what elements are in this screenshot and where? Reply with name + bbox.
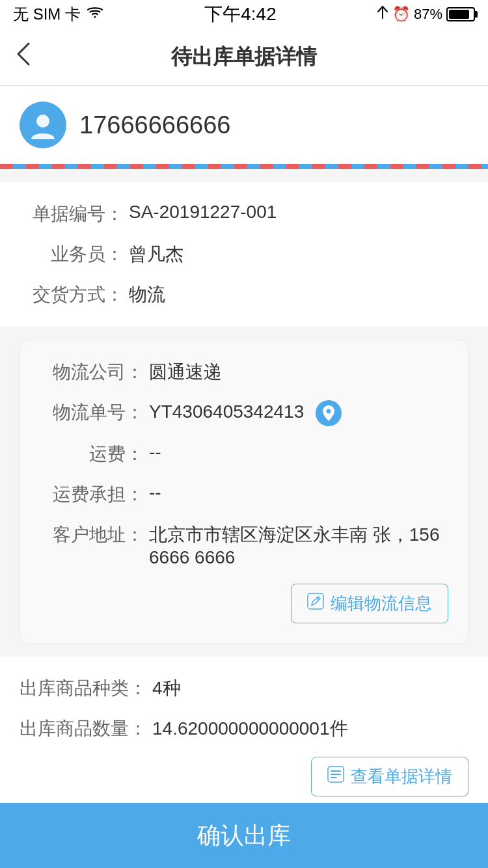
track-location-icon[interactable] xyxy=(316,400,342,426)
goods-type-row: 出库商品种类： 4种 xyxy=(20,676,468,701)
edit-icon xyxy=(307,593,324,614)
salesperson-value: 曾凡杰 xyxy=(124,242,468,267)
svg-rect-2 xyxy=(308,593,323,609)
status-time: 下午4:42 xyxy=(204,2,277,27)
alarm-icon: ⏰ xyxy=(392,6,410,23)
goods-type-label: 出库商品种类： xyxy=(20,676,147,701)
basic-info-section: 单据编号： SA-20191227-001 业务员： 曾凡杰 交货方式： 物流 xyxy=(0,182,488,327)
logistics-company-row: 物流公司： 圆通速递 xyxy=(40,360,448,385)
battery-percent: 87% xyxy=(414,6,442,23)
svg-point-0 xyxy=(36,115,49,128)
salesperson-row: 业务员： 曾凡杰 xyxy=(20,242,468,267)
nav-bar: 待出库单据详情 xyxy=(0,29,488,86)
back-button[interactable] xyxy=(16,41,31,73)
page-title: 待出库单据详情 xyxy=(171,43,317,72)
address-label: 客户地址： xyxy=(40,522,144,547)
view-detail-button[interactable]: 查看单据详情 xyxy=(311,757,468,796)
edit-logistics-btn-container: 编辑物流信息 xyxy=(40,584,448,623)
freight-bearer-label: 运费承担： xyxy=(40,482,144,507)
page-content: 17666666666 单据编号： SA-20191227-001 业务员： 曾… xyxy=(0,86,488,868)
order-no-value: SA-20191227-001 xyxy=(124,202,468,223)
battery-icon xyxy=(446,7,475,21)
user-header: 17666666666 xyxy=(0,86,488,164)
edit-logistics-button[interactable]: 编辑物流信息 xyxy=(291,584,448,623)
dashed-divider xyxy=(0,164,488,169)
order-no-label: 单据编号： xyxy=(20,202,124,226)
freight-label: 运费： xyxy=(40,442,144,467)
confirm-button-label: 确认出库 xyxy=(197,820,291,852)
delivery-method-row: 交货方式： 物流 xyxy=(20,282,468,307)
svg-point-1 xyxy=(327,409,331,414)
tracking-no-row: 物流单号： YT4306405342413 xyxy=(40,400,448,426)
address-value: 北京市市辖区海淀区永丰南 张，156 6666 6666 xyxy=(144,522,448,568)
tracking-no-value: YT4306405342413 xyxy=(144,400,448,426)
freight-bearer-row: 运费承担： -- xyxy=(40,482,448,507)
confirm-button[interactable]: 确认出库 xyxy=(0,803,488,868)
wifi-icon xyxy=(86,5,104,23)
goods-quantity-value: 14.620000000000001件 xyxy=(147,716,468,741)
goods-quantity-row: 出库商品数量： 14.620000000000001件 xyxy=(20,716,468,741)
status-left: 无 SIM 卡 xyxy=(13,4,104,25)
address-row: 客户地址： 北京市市辖区海淀区永丰南 张，156 6666 6666 xyxy=(40,522,448,568)
status-bar: 无 SIM 卡 下午4:42 ⏰ 87% xyxy=(0,0,488,29)
goods-section: 出库商品种类： 4种 出库商品数量： 14.620000000000001件 查… xyxy=(0,657,488,816)
location-icon xyxy=(377,5,388,23)
carrier-text: 无 SIM 卡 xyxy=(13,4,81,25)
delivery-method-label: 交货方式： xyxy=(20,282,124,307)
detail-btn-container: 查看单据详情 xyxy=(20,757,468,796)
freight-value: -- xyxy=(144,442,448,463)
freight-bearer-value: -- xyxy=(144,482,448,503)
logistics-section: 物流公司： 圆通速递 物流单号： YT4306405342413 运费： -- … xyxy=(20,340,468,644)
view-detail-label: 查看单据详情 xyxy=(351,765,452,788)
delivery-method-value: 物流 xyxy=(124,282,468,307)
goods-type-value: 4种 xyxy=(147,676,468,701)
user-phone: 17666666666 xyxy=(79,111,230,139)
avatar xyxy=(20,102,66,148)
goods-quantity-label: 出库商品数量： xyxy=(20,716,147,741)
tracking-no-label: 物流单号： xyxy=(40,400,144,425)
freight-row: 运费： -- xyxy=(40,442,448,467)
edit-logistics-label: 编辑物流信息 xyxy=(331,592,432,615)
detail-icon xyxy=(327,766,344,787)
salesperson-label: 业务员： xyxy=(20,242,124,267)
logistics-company-label: 物流公司： xyxy=(40,360,144,385)
status-right: ⏰ 87% xyxy=(377,5,475,23)
logistics-company-value: 圆通速递 xyxy=(144,360,448,385)
order-no-row: 单据编号： SA-20191227-001 xyxy=(20,202,468,226)
